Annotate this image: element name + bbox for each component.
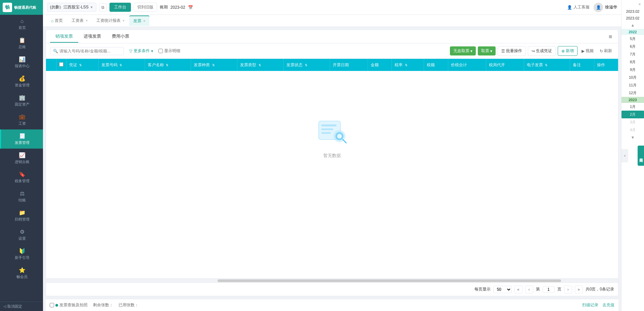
sort-taxrate-icon[interactable]: ⇅	[405, 64, 408, 67]
month-2022-9[interactable]: 9月	[622, 66, 644, 74]
gen-voucher-button[interactable]: ↪ 生成凭证	[528, 46, 556, 56]
period-label: 账期	[160, 4, 168, 10]
content-scroll-area: 销项发票 进项发票 费用小票 ⊞ 🔍	[43, 27, 621, 311]
sub-tab-sales[interactable]: 销项发票	[50, 31, 78, 43]
sub-tab-expense[interactable]: 费用小票	[106, 31, 135, 43]
open-period-button[interactable]: 开账日期	[638, 146, 644, 166]
footer-link-recharge[interactable]: 去充值	[602, 302, 614, 308]
sort-itype-icon[interactable]: ⇅	[212, 64, 215, 67]
tax-icon: 🔖	[19, 171, 26, 178]
month-2022-6[interactable]: 6月	[622, 43, 644, 50]
copy-button[interactable]: ⧉	[99, 3, 107, 11]
first-page-button[interactable]: «	[514, 285, 522, 294]
right-panel-close-button[interactable]: ×	[637, 1, 643, 7]
month-2022-12[interactable]: 12月	[622, 89, 644, 97]
month-2023-4[interactable]: 4月	[622, 126, 644, 134]
horizontal-scrollbar[interactable]	[46, 278, 618, 282]
scrollbar-thumb[interactable]	[218, 279, 561, 282]
sidebar-item-reports[interactable]: 📊 报表中心	[0, 53, 43, 72]
filter-button[interactable]: ▽ 更多条件 ▾	[127, 47, 156, 55]
rp-down-arrow[interactable]: ▼	[622, 134, 644, 141]
next-page-button[interactable]: ›	[564, 285, 572, 294]
month-2022-7[interactable]: 7月	[622, 50, 644, 58]
total-text: 共0页，0条记录	[586, 286, 614, 292]
sort-icat-icon[interactable]: ⇅	[259, 64, 261, 67]
tab-home[interactable]: ⌂ 首页	[47, 16, 67, 26]
show-detail-toggle[interactable]: 显示明细	[158, 48, 180, 54]
sort-istatus-icon[interactable]: ⇅	[305, 64, 308, 67]
sidebar-item-sales[interactable]: 📈 进销台账	[0, 149, 43, 168]
new-button[interactable]: ⊕ 新增	[558, 46, 578, 56]
th-tax-rate: 税率 ⇅	[392, 59, 424, 71]
tab-invoice[interactable]: 发票 ×	[129, 15, 149, 26]
right-panel-expand-button[interactable]: ‹	[622, 149, 628, 162]
workspace-button[interactable]: 工作台	[109, 3, 131, 12]
tab-invoice-close[interactable]: ×	[143, 19, 145, 23]
switch-old-button[interactable]: 切到旧版	[134, 3, 157, 12]
no-tax-button[interactable]: 无血取票 ▾	[450, 46, 476, 55]
view-toggle-button[interactable]: ⊞	[607, 33, 614, 40]
toolbar-right: 无血取票 ▾ 取票 ▾ ☰ 批量操作 ↪ 生成凭	[450, 46, 614, 56]
month-2023-3[interactable]: 3月	[622, 118, 644, 126]
month-2022-11[interactable]: 11月	[622, 81, 644, 89]
month-2022-10[interactable]: 10月	[622, 74, 644, 81]
sidebar-item-assets[interactable]: 🏢 固定资产	[0, 91, 43, 110]
tab-payroll-stats-close[interactable]: ×	[123, 19, 125, 23]
sidebar-item-home[interactable]: ⌂ 首页	[0, 15, 43, 34]
month-2022-8[interactable]: 8月	[622, 58, 644, 66]
month-2023-1[interactable]: 1月	[622, 103, 644, 111]
toolbar-left: 🔍 ▽ 更多条件 ▾ 显示明细	[50, 47, 447, 55]
rp-up-arrow[interactable]: ▲	[622, 22, 644, 29]
ticket-button[interactable]: 取票 ▾	[478, 46, 496, 55]
tab-payroll-close[interactable]: ×	[86, 19, 88, 23]
sidebar-item-tax[interactable]: 🔖 税务管理	[0, 168, 43, 187]
sidebar-item-settlement[interactable]: ⚖ 结账	[0, 187, 43, 206]
sidebar-item-settings[interactable]: ⚙ 设置	[0, 225, 43, 244]
sidebar-item-invoice[interactable]: 🧾 发票管理	[0, 129, 43, 149]
footer-link-scan[interactable]: 扫描记录	[582, 302, 598, 308]
service-button[interactable]: 👤 人工客服	[567, 4, 590, 10]
empty-text: 暂无数据	[323, 153, 341, 159]
sidebar-pin[interactable]: ◁ 取消固定	[0, 302, 43, 311]
sidebar-item-funds[interactable]: 💰 资金管理	[0, 72, 43, 91]
sort-customer-icon[interactable]: ⇅	[166, 64, 169, 67]
show-detail-checkbox[interactable]	[158, 49, 163, 53]
footer-check-box[interactable]	[50, 303, 54, 307]
user-info[interactable]: 👤 徐溢华	[594, 3, 617, 12]
tab-payroll[interactable]: 工资表 ×	[67, 16, 92, 26]
page-input[interactable]	[543, 286, 555, 293]
video-button[interactable]: ▶ 视频	[580, 47, 596, 55]
refresh-button[interactable]: ↻ 刷新	[598, 47, 614, 55]
select-all-checkbox[interactable]	[59, 62, 63, 67]
sidebar-item-member[interactable]: ⭐ 畅会员	[0, 264, 43, 283]
company-name: (勿删）江西股宝-LSS	[50, 4, 89, 10]
guide-icon: 🔰	[19, 248, 26, 254]
company-selector[interactable]: (勿删）江西股宝-LSS ▼	[47, 3, 96, 12]
sidebar-item-archive[interactable]: 📁 归档管理	[0, 206, 43, 225]
search-input[interactable]	[59, 49, 121, 53]
sort-invoiceno-icon[interactable]: ⇅	[120, 64, 122, 67]
tab-payroll-stats[interactable]: 工资统计报表 ×	[92, 16, 129, 26]
month-2023-2[interactable]: 2月	[622, 111, 644, 118]
settlement-icon: ⚖	[20, 190, 25, 197]
sort-voucher-icon[interactable]: ⇅	[79, 64, 82, 67]
sidebar-item-guide[interactable]: 🔰 新手引导	[0, 244, 43, 264]
sidebar-item-label: 资金管理	[15, 83, 30, 88]
filter-chevron: ▾	[151, 49, 153, 53]
sidebar-item-payroll[interactable]: 💼 工资	[0, 110, 43, 129]
batch-op-button[interactable]: ☰ 批量操作	[498, 46, 526, 56]
top-header: (勿删）江西股宝-LSS ▼ ⧉ 工作台 切到旧版 账期 2023-02 📅 👤…	[43, 0, 621, 15]
last-page-button[interactable]: »	[575, 285, 583, 294]
th-e-invoice: 电子发票 ⇅	[524, 59, 570, 71]
rp-date-item-2[interactable]: 2023.02	[622, 15, 644, 22]
empty-state: 暂无数据	[46, 71, 618, 205]
rp-date-item-1[interactable]: 2023.02	[622, 8, 644, 15]
month-2022-5[interactable]: 5月	[622, 35, 644, 43]
prev-page-button[interactable]: ‹	[525, 285, 533, 294]
sub-tab-purchase[interactable]: 进项发票	[78, 31, 106, 43]
sidebar-item-ledger[interactable]: 📋 总账	[0, 34, 43, 53]
assets-icon: 🏢	[19, 94, 26, 101]
table-view-controls: ⊞	[607, 33, 614, 40]
page-size-select[interactable]: 10 20 50 100	[493, 286, 512, 293]
sort-einvoice-icon[interactable]: ⇅	[545, 64, 548, 67]
